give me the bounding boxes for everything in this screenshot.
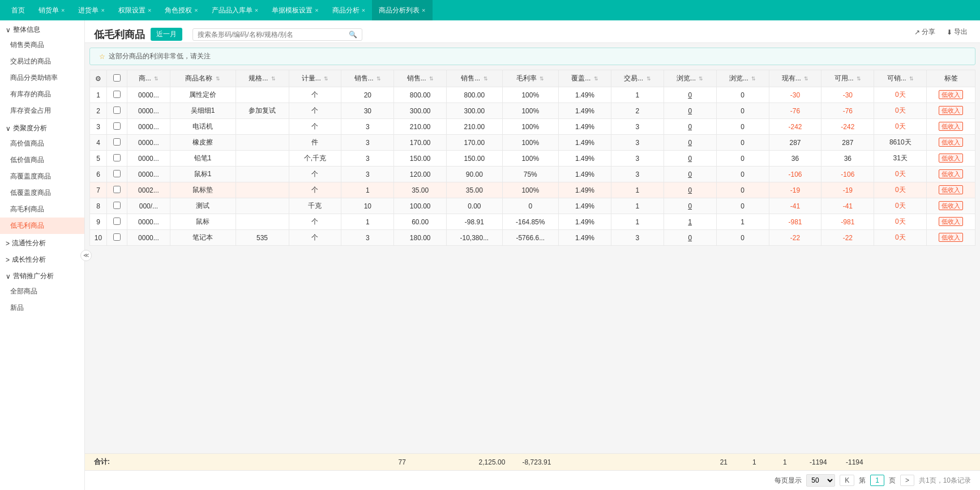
col-product-name[interactable]: 商品名称 ⇅ — [170, 70, 236, 87]
col-salable[interactable]: 可销... ⇅ — [874, 70, 927, 87]
close-analysis-tab[interactable]: × — [362, 7, 365, 14]
row-browse1[interactable]: 0 — [664, 167, 716, 182]
close-template-tab[interactable]: × — [315, 7, 318, 14]
sidebar-item-sales-products[interactable]: 销售类商品 — [0, 37, 84, 53]
row-browse1[interactable]: 0 — [664, 87, 716, 103]
sidebar-group-marketing[interactable]: ∨ 营销推广分析 — [0, 267, 84, 283]
row-checkbox[interactable] — [107, 119, 127, 135]
sidebar-item-high-value[interactable]: 高价值商品 — [0, 135, 84, 152]
col-browse2[interactable]: 浏览... ⇅ — [716, 70, 769, 87]
first-page-button[interactable]: K — [840, 475, 854, 486]
col-coverage[interactable]: 覆盖... ⇅ — [559, 70, 611, 87]
row-checkbox[interactable] — [107, 182, 127, 198]
sidebar-item-new-products[interactable]: 新品 — [0, 300, 84, 316]
row-checkbox[interactable] — [107, 135, 127, 151]
close-product-tab[interactable]: × — [255, 7, 258, 14]
sidebar-item-low-margin[interactable]: 低毛利商品 — [0, 218, 84, 234]
filter-button[interactable]: 近一月 — [151, 28, 182, 41]
nav-permission[interactable]: 权限设置 × — [112, 0, 158, 20]
row-checkbox[interactable] — [107, 198, 127, 214]
nav-product-entry[interactable]: 产品品入库单 × — [205, 0, 265, 20]
col-stock[interactable]: 现有... ⇅ — [769, 70, 821, 87]
tag-badge: 低收入 — [939, 138, 963, 147]
row-select-checkbox[interactable] — [113, 233, 121, 241]
nav-product-analysis-list[interactable]: 商品分析列表 × — [372, 0, 432, 20]
row-select-checkbox[interactable] — [113, 186, 121, 193]
share-button[interactable]: ↗ 分享 — [911, 26, 939, 38]
sidebar-item-low-coverage[interactable]: 低覆盖度商品 — [0, 185, 84, 201]
nav-role[interactable]: 角色授权 × — [158, 0, 204, 20]
col-unit[interactable]: 计量... ⇅ — [289, 70, 341, 87]
row-select-checkbox[interactable] — [113, 154, 121, 161]
row-checkbox[interactable] — [107, 151, 127, 167]
close-role-tab[interactable]: × — [194, 7, 198, 14]
row-trade: 3 — [611, 151, 664, 167]
search-box[interactable]: 🔍 — [192, 28, 362, 41]
per-page-select[interactable]: 50 100 200 — [806, 474, 835, 487]
row-browse1[interactable]: 1 — [664, 214, 716, 230]
row-browse1[interactable]: 0 — [664, 151, 716, 167]
table-wrapper[interactable]: ⚙ 商... ⇅ 商品名称 ⇅ 规格... ⇅ 计量... ⇅ 销售... ⇅ … — [85, 65, 980, 453]
close-list-tab[interactable]: × — [422, 7, 425, 14]
row-checkbox[interactable] — [107, 167, 127, 182]
row-select-checkbox[interactable] — [113, 122, 121, 130]
col-product-code[interactable]: 商... ⇅ — [127, 70, 170, 87]
row-select-checkbox[interactable] — [113, 218, 121, 225]
sidebar-item-category-sales-rate[interactable]: 商品分类助销率 — [0, 70, 84, 86]
notice-text: 这部分商品的利润非常低，请关注 — [109, 52, 211, 61]
sidebar-item-high-coverage[interactable]: 高覆盖度商品 — [0, 168, 84, 185]
select-all-checkbox[interactable] — [113, 74, 121, 82]
nav-product-analysis[interactable]: 商品分析 × — [326, 0, 372, 20]
sidebar-item-high-margin[interactable]: 高毛利商品 — [0, 201, 84, 218]
row-checkbox[interactable] — [107, 230, 127, 246]
col-sales-cost[interactable]: 销售... ⇅ — [447, 70, 502, 87]
close-purchase-tab[interactable]: × — [101, 7, 104, 14]
row-browse1[interactable]: 0 — [664, 182, 716, 198]
row-checkbox[interactable] — [107, 87, 127, 103]
row-select-checkbox[interactable] — [113, 202, 121, 209]
row-select-checkbox[interactable] — [113, 170, 121, 177]
sidebar-group-overview[interactable]: ∨ 整体信息 — [0, 20, 84, 37]
nav-purchase[interactable]: 进货单 × — [71, 0, 111, 20]
col-trade[interactable]: 交易... ⇅ — [611, 70, 664, 87]
search-input[interactable] — [198, 31, 349, 39]
col-sales-qty[interactable]: 销售... ⇅ — [341, 70, 394, 87]
sidebar-item-all-products[interactable]: 全部商品 — [0, 283, 84, 300]
col-gross-pct[interactable]: 毛利率 ⇅ — [502, 70, 559, 87]
col-sales-price[interactable]: 销售... ⇅ — [394, 70, 447, 87]
col-available[interactable]: 可用... ⇅ — [821, 70, 874, 87]
sidebar-group-cluster[interactable]: ∨ 类聚度分析 — [0, 119, 84, 135]
row-select-checkbox[interactable] — [113, 91, 121, 98]
nav-template[interactable]: 单据模板设置 × — [265, 0, 325, 20]
col-spec[interactable]: 规格... ⇅ — [236, 70, 289, 87]
close-sales-tab[interactable]: × — [61, 7, 65, 14]
sidebar-collapse-button[interactable]: ≪ — [80, 250, 92, 261]
row-checkbox[interactable] — [107, 214, 127, 230]
search-icon[interactable]: 🔍 — [349, 31, 357, 39]
row-browse1[interactable]: 0 — [664, 135, 716, 151]
nav-home[interactable]: 首页 — [5, 0, 32, 20]
col-browse1[interactable]: 浏览... ⇅ — [664, 70, 716, 87]
col-checkbox-header[interactable] — [107, 70, 127, 87]
row-qty: 10 — [341, 198, 394, 214]
nav-sales[interactable]: 销货单 × — [32, 0, 71, 20]
row-checkbox[interactable] — [107, 103, 127, 119]
row-browse1[interactable]: 0 — [664, 230, 716, 246]
col-settings[interactable]: ⚙ — [90, 70, 107, 87]
row-select-checkbox[interactable] — [113, 138, 121, 146]
sidebar-item-inventory-fund[interactable]: 库存资金占用 — [0, 103, 84, 119]
row-browse1[interactable]: 0 — [664, 198, 716, 214]
export-button[interactable]: ⬇ 导出 — [943, 26, 971, 38]
next-page-button[interactable]: > — [900, 475, 914, 486]
close-permission-tab[interactable]: × — [148, 7, 151, 14]
row-trade: 3 — [611, 119, 664, 135]
sidebar-item-stocked-products[interactable]: 有库存的商品 — [0, 86, 84, 103]
row-select-checkbox[interactable] — [113, 106, 121, 114]
row-browse1[interactable]: 0 — [664, 119, 716, 135]
sidebar-group-growth[interactable]: > 成长性分析 — [0, 250, 84, 267]
row-trade: 1 — [611, 87, 664, 103]
sidebar-item-low-value[interactable]: 低价值商品 — [0, 152, 84, 168]
sidebar-group-circulation[interactable]: > 流通性分析 — [0, 234, 84, 250]
sidebar-item-traded-products[interactable]: 交易过的商品 — [0, 53, 84, 70]
row-browse1[interactable]: 0 — [664, 103, 716, 119]
